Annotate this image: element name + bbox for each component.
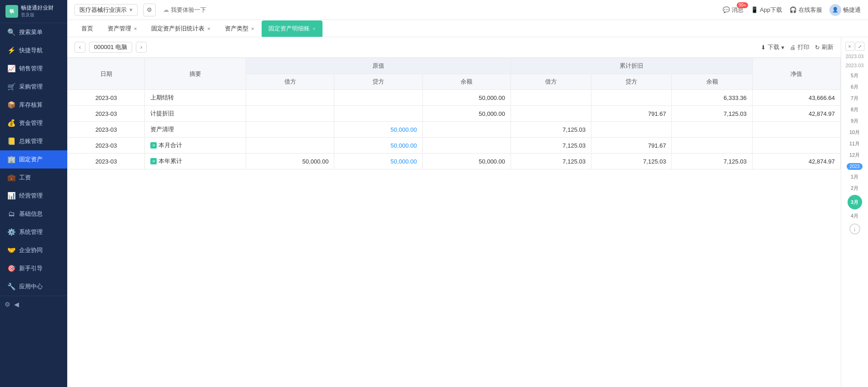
tab-asset-mgmt[interactable]: 资产管理 × — [101, 20, 144, 37]
tab-close-icon[interactable]: × — [312, 26, 315, 31]
sidebar-item-purchase[interactable]: 🛒 采购管理 — [0, 78, 67, 96]
sidebar-item-operations[interactable]: 📊 经营管理 — [0, 187, 67, 205]
tab-asset-type[interactable]: 资产类型 × — [218, 20, 261, 37]
gear-icon: ⚙ — [147, 6, 152, 13]
timeline-month-7[interactable]: 7月 — [841, 93, 868, 104]
user-profile[interactable]: 👤 畅捷通 — [829, 4, 861, 16]
service-icon: 🎧 — [789, 6, 797, 13]
topbar: 医疗器械行业演示 ▾ ⚙ ☁ 我要体验一下 💬 消息 99+ 📱 App下载 🎧… — [67, 0, 868, 20]
sidebar-item-guide[interactable]: 🎯 新手引导 — [0, 259, 67, 278]
tab-label: 资产管理 — [108, 25, 131, 33]
next-arrow[interactable]: › — [136, 42, 147, 53]
panel-close-button[interactable]: × — [845, 42, 854, 51]
timeline-month-9[interactable]: 9月 — [841, 115, 868, 127]
cell-summary: 计提折旧 — [145, 106, 246, 122]
timeline-month-6[interactable]: 6月 — [841, 81, 868, 93]
panel-expand-button[interactable]: ⤢ — [855, 42, 864, 51]
timeline-panel: × ⤢ 2023.03 2023.03 5月 6月 7月 8月 9月 10月 1… — [841, 37, 868, 387]
tab-label: 首页 — [81, 25, 93, 33]
sidebar-item-label: 采购管理 — [19, 83, 43, 91]
cell-orig-balance: 50,000.00 — [422, 90, 511, 106]
timeline-month-1[interactable]: 1月 — [841, 171, 868, 183]
sidebar-bottom: ⚙ ◀ — [0, 296, 67, 313]
timeline-month-2[interactable]: 2月 — [841, 183, 868, 194]
tab-home[interactable]: 首页 — [74, 20, 100, 37]
download-label: 下载 — [768, 43, 779, 51]
timeline-month-4[interactable]: 4月 — [841, 210, 868, 222]
cell-summary: 上期结转 — [145, 90, 246, 106]
cell-orig-credit: 50,000.00 — [334, 138, 422, 154]
sidebar-item-sales[interactable]: 📈 销售管理 — [0, 60, 67, 78]
cell-orig-credit: 50,000.00 — [334, 154, 422, 169]
cell-summary: ≡本年累计 — [145, 154, 246, 169]
cell-summary: ≡本月合计 — [145, 138, 246, 154]
app-download-button[interactable]: 📱 App下载 — [751, 6, 782, 14]
refresh-button[interactable]: ↻ 刷新 — [815, 43, 833, 51]
sidebar-item-funds[interactable]: 💰 资金管理 — [0, 114, 67, 132]
cell-net-value: 42,874.97 — [752, 106, 840, 122]
sidebar-item-inventory[interactable]: 📦 库存核算 — [0, 96, 67, 114]
sidebar-item-label: 新手引导 — [19, 264, 43, 273]
data-table-wrap: 日期 摘要 原值 累计折旧 净值 借方 贷方 余额 借方 贷方 余额 — [67, 58, 841, 387]
funds-icon: 💰 — [7, 119, 15, 127]
print-button[interactable]: 🖨 打印 — [790, 43, 809, 51]
inventory-icon: 📦 — [7, 101, 15, 109]
sidebar-item-wages[interactable]: 💼 工资 — [0, 169, 67, 187]
cell-orig-balance: 50,000.00 — [422, 154, 511, 169]
sidebar-item-apps[interactable]: 🔧 应用中心 — [0, 278, 67, 296]
tab-fixed-depreciation[interactable]: 固定资产折旧统计表 × — [144, 20, 217, 37]
sidebar-item-label: 固定资产 — [19, 155, 43, 164]
tab-close-icon[interactable]: × — [134, 26, 137, 31]
timeline-month-10[interactable]: 10月 — [841, 127, 868, 138]
timeline-month-8[interactable]: 8月 — [841, 104, 868, 115]
main-panel: ‹ 000001 电脑 › ⬇ 下载 ▾ � — [67, 37, 841, 387]
cell-dep-credit: 791.67 — [591, 106, 672, 122]
wages-icon: 💼 — [7, 174, 15, 182]
timeline-top-year2: 2023.03 — [845, 61, 865, 70]
settings-bottom-icon[interactable]: ⚙ — [5, 301, 10, 308]
tabs-bar: 首页 资产管理 × 固定资产折旧统计表 × 资产类型 × 固定资产明细账 × — [67, 20, 868, 37]
app-logo: 畅 畅捷通好业财 普及版 — [0, 0, 67, 23]
sidebar-item-system[interactable]: ⚙️ 系统管理 — [0, 223, 67, 241]
timeline-month-3-active[interactable]: 3月 — [848, 195, 862, 209]
sales-icon: 📈 — [7, 64, 15, 73]
col-summary: 摘要 — [145, 58, 246, 90]
col-date: 日期 — [68, 58, 145, 90]
cell-orig-credit — [334, 106, 422, 122]
collapse-icon[interactable]: ◀ — [14, 301, 19, 308]
cell-dep-credit: 7,125.03 — [591, 154, 672, 169]
topbar-settings-button[interactable]: ⚙ — [143, 4, 156, 16]
sidebar-item-search[interactable]: 🔍 搜索菜单 — [0, 23, 67, 41]
timeline-down-button[interactable]: ↓ — [849, 223, 860, 234]
tab-close-icon[interactable]: × — [207, 26, 210, 31]
tab-close-icon[interactable]: × — [251, 26, 254, 31]
sidebar-item-label: 经营管理 — [19, 192, 43, 200]
cell-dep-debit: 7,125.03 — [511, 154, 591, 169]
avatar: 👤 — [829, 4, 841, 16]
sidebar-item-collab[interactable]: 🤝 企业协同 — [0, 241, 67, 259]
message-icon: 💬 — [723, 6, 730, 13]
cell-date: 2023-03 — [68, 122, 145, 138]
sidebar-item-ledger[interactable]: 📒 总账管理 — [0, 132, 67, 150]
timeline-month-5[interactable]: 5月 — [841, 70, 868, 81]
cell-date: 2023-03 — [68, 106, 145, 122]
chevron-down-icon: ▾ — [129, 6, 133, 13]
username: 畅捷通 — [843, 6, 861, 14]
sidebar-item-label: 销售管理 — [19, 64, 43, 73]
message-button[interactable]: 💬 消息 99+ — [723, 6, 744, 14]
sidebar-item-fixed-assets[interactable]: 🏢 固定资产 — [0, 150, 67, 169]
sidebar-item-basic[interactable]: 🗂 基础信息 — [0, 205, 67, 223]
prev-arrow[interactable]: ‹ — [74, 42, 85, 53]
cell-dep-balance — [672, 138, 752, 154]
sidebar-item-quicknav[interactable]: ⚡ 快捷导航 — [0, 41, 67, 60]
online-service-button[interactable]: 🎧 在线客服 — [789, 6, 822, 14]
cell-orig-debit: 50,000.00 — [246, 154, 334, 169]
timeline-month-11[interactable]: 11月 — [841, 138, 868, 149]
tab-fixed-detail[interactable]: 固定资产明细账 × — [262, 20, 322, 37]
sidebar-item-label: 搜索菜单 — [19, 28, 43, 36]
experience-button[interactable]: ☁ 我要体验一下 — [163, 6, 206, 14]
timeline-month-12[interactable]: 12月 — [841, 149, 868, 161]
company-selector[interactable]: 医疗器械行业演示 ▾ — [74, 4, 138, 16]
cell-orig-credit: 50,000.00 — [334, 122, 422, 138]
download-button[interactable]: ⬇ 下载 ▾ — [761, 43, 784, 51]
